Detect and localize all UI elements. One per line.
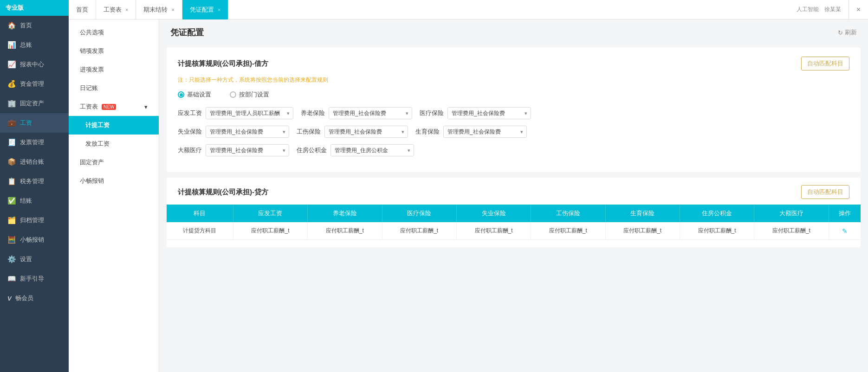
home-icon: 🏠 (7, 21, 16, 30)
col-housing: 住房公积金 (680, 205, 754, 222)
sidebar-item-guide[interactable]: 📖 新手引导 (0, 269, 69, 289)
debit-note: 注：只能选择一种方式，系统将按照您当前的选择来配置规则 (178, 76, 849, 84)
radio-dept[interactable]: 按部门设置 (230, 90, 269, 99)
table-row: 计提贷方科目 应付职工薪酬_t 应付职工薪酬_t 应付职工薪酬_t 应付职工薪酬… (167, 222, 861, 240)
left-panel-item-label: 固定资产 (80, 158, 104, 167)
field-maternity: 生育保险 管理费用_社会保险费 (415, 126, 527, 138)
field-pension: 养老保险 管理费用_社会保险费 (301, 107, 412, 119)
pension-select-wrapper: 管理费用_社会保险费 (329, 107, 412, 119)
sidebar-item-salary[interactable]: 💼 工资 (0, 113, 69, 133)
credit-auto-match-button[interactable]: 自动匹配科目 (801, 185, 849, 199)
tab-period-close[interactable]: 期末结转 × (136, 0, 182, 19)
sidebar-item-label: 归档管理 (20, 216, 44, 224)
maternity-label: 生育保险 (415, 128, 440, 136)
major-medical-label: 大额医疗 (178, 146, 202, 154)
cell-action[interactable]: ✎ (829, 222, 861, 240)
sidebar-item-xiaoexpense[interactable]: 🧮 小畅报销 (0, 230, 69, 250)
form-row-2: 失业保险 管理费用_社会保险费 工伤保险 管理费用_社会保险费 (178, 126, 849, 138)
topbar-right: 人工智能 徐某某 (797, 6, 849, 13)
housing-select-wrapper: 管理费用_住房公积金 (330, 144, 414, 156)
tab-voucher-config-close[interactable]: × (218, 7, 220, 13)
main-area: 首页 工资表 × 期末结转 × 凭证配置 × 人工智能 徐某某 × 公共选项 销… (69, 0, 868, 372)
debit-section-header: 计提核算规则(公司承担)-借方 自动匹配科目 (178, 57, 849, 71)
left-panel-item-public[interactable]: 公共选项 (69, 23, 159, 42)
tab-salary-table-label: 工资表 (104, 6, 122, 14)
left-panel-item-journal[interactable]: 日记账 (69, 79, 159, 97)
housing-select[interactable]: 管理费用_住房公积金 (330, 144, 414, 156)
maternity-select[interactable]: 管理费用_社会保险费 (443, 126, 527, 138)
col-injury: 工伤保险 (531, 205, 605, 222)
sidebar-item-invoice[interactable]: 🧾 发票管理 (0, 133, 69, 152)
credit-table: 科目 应发工资 养老保险 医疗保险 失业保险 工伤保险 生育保险 住房公积金 大… (167, 205, 861, 240)
debit-auto-match-button[interactable]: 自动匹配科目 (801, 57, 849, 71)
tab-home-label: 首页 (76, 6, 88, 14)
col-salary: 应发工资 (233, 205, 307, 222)
sidebar-item-fund[interactable]: 💰 资金管理 (0, 74, 69, 94)
field-housing: 住房公积金 管理费用_住房公积金 (297, 144, 414, 156)
left-panel-item-salary-table[interactable]: 工资表 NEW ▾ (69, 97, 159, 116)
window-close-button[interactable]: × (849, 0, 868, 19)
user-name: 徐某某 (824, 6, 841, 13)
refresh-icon: ↻ (838, 29, 843, 36)
radio-basic[interactable]: 基础设置 (178, 90, 211, 99)
sidebar-header: 专业版 (0, 0, 69, 16)
col-action: 操作 (829, 205, 861, 222)
debit-section-title: 计提核算规则(公司承担)-借方 (178, 59, 268, 68)
left-panel-item-label: 公共选项 (80, 28, 104, 37)
tab-salary-table-close[interactable]: × (125, 7, 128, 13)
left-panel-item-label: 计提工资 (85, 121, 110, 129)
field-major-medical: 大额医疗 管理费用_社会保险费 (178, 144, 289, 156)
medical-select[interactable]: 管理费用_社会保险费 (447, 107, 531, 119)
unemployment-select[interactable]: 管理费用_社会保险费 (206, 126, 289, 138)
sidebar-item-label: 进销台账 (20, 158, 44, 166)
salary-select-wrapper: 管理费用_管理人员职工薪酬 (206, 107, 293, 119)
sidebar-item-ledger[interactable]: 📊 总账 (0, 35, 69, 55)
page-title: 凭证配置 (170, 27, 204, 38)
injury-select[interactable]: 管理费用_社会保险费 (324, 126, 408, 138)
tab-home[interactable]: 首页 (69, 0, 96, 19)
field-unemployment: 失业保险 管理费用_社会保险费 (178, 126, 289, 138)
left-panel-item-pay-salary[interactable]: 发放工资 (69, 135, 159, 153)
field-salary: 应发工资 管理费用_管理人员职工薪酬 (178, 107, 293, 119)
sidebar-item-stock[interactable]: 📦 进销台账 (0, 152, 69, 172)
left-panel-item-calc-salary[interactable]: 计提工资 (69, 116, 159, 135)
cell-salary: 应付职工薪酬_t (233, 222, 307, 240)
cell-subject: 计提贷方科目 (167, 222, 233, 240)
pension-select[interactable]: 管理费用_社会保险费 (329, 107, 412, 119)
credit-table-body: 计提贷方科目 应付职工薪酬_t 应付职工薪酬_t 应付职工薪酬_t 应付职工薪酬… (167, 222, 861, 240)
edit-icon[interactable]: ✎ (842, 227, 848, 235)
stock-icon: 📦 (7, 158, 16, 166)
left-panel-item-xiao-expense[interactable]: 小畅报销 (69, 172, 159, 190)
left-panel-item-sales-invoice[interactable]: 销项发票 (69, 42, 159, 60)
sidebar-item-settings[interactable]: ⚙️ 设置 (0, 250, 69, 269)
left-panel-item-purchase-invoice[interactable]: 进项发票 (69, 60, 159, 79)
sidebar-item-report[interactable]: 📈 报表中心 (0, 55, 69, 74)
sidebar-item-closing[interactable]: ✅ 结账 (0, 191, 69, 211)
closing-icon: ✅ (7, 197, 16, 205)
left-panel-item-fixed-asset[interactable]: 固定资产 (69, 153, 159, 172)
invoice-icon: 🧾 (7, 138, 16, 147)
credit-table-head: 科目 应发工资 养老保险 医疗保险 失业保险 工伤保险 生育保险 住房公积金 大… (167, 205, 861, 222)
tab-voucher-config-label: 凭证配置 (190, 6, 214, 14)
cell-major-medical: 应付职工薪酬_t (754, 222, 829, 240)
sidebar-item-asset[interactable]: 🏢 固定资产 (0, 94, 69, 113)
medical-label: 医疗保险 (420, 109, 444, 117)
tab-salary-table[interactable]: 工资表 × (96, 0, 136, 19)
sidebar-item-home[interactable]: 🏠 首页 (0, 16, 69, 35)
tab-period-close-close[interactable]: × (171, 7, 174, 13)
sidebar-item-member[interactable]: V 畅会员 (0, 289, 69, 308)
salary-select[interactable]: 管理费用_管理人员职工薪酬 (206, 107, 293, 119)
sidebar-item-tax[interactable]: 📋 税务管理 (0, 172, 69, 191)
injury-select-wrapper: 管理费用_社会保险费 (324, 126, 408, 138)
enterprise-label: 人工智能 (797, 6, 819, 13)
xiaoexpense-icon: 🧮 (7, 236, 16, 244)
refresh-button[interactable]: ↻ 刷新 (838, 28, 857, 37)
expand-icon: ▾ (144, 103, 148, 110)
major-medical-select[interactable]: 管理费用_社会保险费 (206, 144, 289, 156)
sidebar-item-archive[interactable]: 🗂️ 归档管理 (0, 211, 69, 230)
tab-voucher-config[interactable]: 凭证配置 × (182, 0, 228, 19)
credit-section-title: 计提核算规则(公司承担)-贷方 (178, 188, 268, 197)
fund-icon: 💰 (7, 80, 16, 88)
credit-section: 计提核算规则(公司承担)-贷方 自动匹配科目 科目 应发工资 养老保险 医疗保险… (167, 178, 861, 247)
member-icon: V (7, 295, 12, 302)
